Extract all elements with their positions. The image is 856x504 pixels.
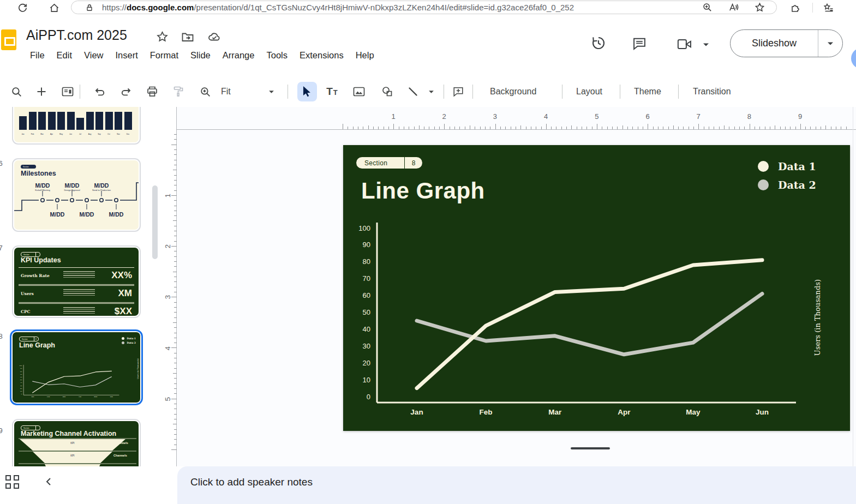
ruler-tick — [490, 127, 490, 129]
document-title[interactable]: AiPPT.com 2025 — [26, 27, 127, 43]
ruler-tick — [459, 127, 460, 129]
zoom-page-icon[interactable] — [702, 2, 713, 13]
layout-button[interactable]: Layout — [568, 82, 610, 101]
notes-resize-handle[interactable] — [571, 447, 610, 449]
text-box-tool[interactable]: Tt — [322, 82, 342, 101]
mini-line-chart: 0102030405060708090100JanFebMarAprMayJun — [16, 352, 131, 400]
toolbar-divider — [444, 85, 444, 99]
url-bar[interactable]: https://docs.google.com/presentation/d/1… — [71, 1, 777, 14]
paint-format-icon[interactable] — [169, 82, 188, 101]
slide-thumbnail-milestones[interactable]: Section Milestones M/DDKickoff MeetingM/… — [12, 158, 141, 232]
insert-shape-icon[interactable] — [378, 82, 397, 101]
svg-text:10: 10 — [20, 390, 22, 392]
grid-view-icon[interactable] — [5, 475, 20, 489]
meet-dropdown-caret-icon[interactable] — [703, 43, 709, 47]
comments-icon[interactable] — [632, 36, 647, 51]
milestone-caption: Kickoff Meeting — [28, 189, 57, 191]
svg-text:Jun: Jun — [756, 408, 769, 416]
menu-arrange[interactable]: Arrange — [217, 48, 261, 63]
slide-canvas: 123456789 Section 8 Line Graph Data 1Dat… — [176, 107, 856, 466]
insert-image-icon[interactable] — [349, 82, 369, 101]
menu-format[interactable]: Format — [144, 48, 184, 63]
speaker-notes-panel[interactable]: Click to add speaker notes — [177, 466, 856, 504]
menu-tools[interactable]: Tools — [260, 48, 294, 63]
ruler-tick — [424, 127, 424, 129]
funnel-channels-label: Channels — [113, 454, 127, 457]
ruler-tick — [744, 127, 745, 129]
svg-text:Mar: Mar — [63, 395, 65, 397]
slide-thumbnail-bar-chart[interactable]: JanFebMarAprMayJunJulAugSepOctNovDec — [12, 107, 141, 145]
milestone-date: M/DD — [87, 182, 116, 189]
ruler-tick — [174, 185, 177, 185]
cloud-saved-icon[interactable] — [207, 31, 220, 44]
transition-button[interactable]: Transition — [685, 82, 739, 101]
move-folder-icon[interactable] — [181, 31, 194, 44]
menu-view[interactable]: View — [78, 48, 109, 63]
filmstrip-scrollbar[interactable] — [152, 185, 158, 259]
kpi-label: CPC — [21, 309, 31, 314]
line-dropdown-caret-icon[interactable] — [425, 82, 437, 101]
version-history-icon[interactable] — [590, 35, 607, 51]
add-comment-icon[interactable] — [448, 82, 468, 101]
ruler-tick — [173, 272, 177, 272]
current-slide[interactable]: Section 8 Line Graph Data 1Data 2 010203… — [343, 145, 850, 431]
refresh-icon[interactable] — [16, 2, 28, 14]
ruler-tick — [174, 383, 177, 384]
undo-icon[interactable] — [90, 82, 110, 101]
menu-file[interactable]: File — [24, 48, 51, 63]
new-slide-icon[interactable] — [32, 82, 51, 101]
extensions-icon[interactable] — [789, 2, 801, 14]
home-icon[interactable] — [48, 2, 60, 14]
ruler-tick — [174, 251, 177, 251]
slideshow-button[interactable]: Slideshow — [731, 30, 818, 57]
meet-camera-icon[interactable] — [677, 37, 693, 51]
svg-text:70: 70 — [20, 373, 22, 375]
select-tool[interactable] — [297, 82, 317, 101]
ruler-tick — [174, 439, 177, 440]
slide-thumbnail-line-graph-selected[interactable]: Section 8 Line Graph Data 1Data 2 010203… — [10, 329, 143, 405]
read-aloud-icon[interactable] — [728, 2, 739, 13]
slide-thumbnail-marketing[interactable]: Section Marketing Channel Activation KPI… — [12, 419, 141, 466]
ruler-tick — [409, 127, 409, 129]
legend-label: Data 1 — [127, 337, 136, 340]
mini-bar-label: Aug — [86, 133, 94, 135]
search-menus-icon[interactable] — [7, 82, 26, 101]
ruler-number: 4 — [164, 344, 172, 352]
ruler-tick — [689, 127, 689, 129]
ruler-tick — [653, 127, 654, 129]
ruler-tick — [825, 125, 826, 129]
background-button[interactable]: Background — [482, 82, 544, 101]
menu-help[interactable]: Help — [350, 48, 380, 63]
kpi-label: Growth Rate — [21, 273, 50, 278]
menu-insert[interactable]: Insert — [110, 48, 144, 63]
right-axis-label: Users (in Thousands) — [813, 279, 822, 356]
ruler-tick — [810, 127, 811, 129]
menu-slide[interactable]: Slide — [184, 48, 217, 63]
ruler-tick — [393, 124, 394, 129]
menu-edit[interactable]: Edit — [51, 48, 78, 63]
ruler-tick — [724, 125, 725, 129]
collapse-filmstrip-icon[interactable] — [44, 476, 55, 487]
slide-thumbnail-kpi[interactable]: Section KPI Updates Growth RateXX%UsersX… — [12, 245, 141, 318]
favorites-bar-icon[interactable] — [823, 2, 835, 14]
toolbar-divider — [562, 85, 562, 99]
insert-line-icon[interactable] — [403, 82, 423, 101]
marketing-thumbnail-content: Section Marketing Channel Activation KPI… — [14, 421, 139, 466]
favorite-star-icon[interactable] — [755, 2, 765, 13]
ruler-tick — [734, 127, 735, 129]
slides-logo-icon[interactable] — [1, 29, 16, 50]
print-icon[interactable] — [142, 82, 162, 101]
line-chart[interactable]: 0102030405060708090100JanFebMarAprMayJun — [343, 145, 850, 431]
main-area: JanFebMarAprMayJunJulAugSepOctNovDec Sec… — [0, 107, 856, 466]
slide-layout-icon[interactable] — [58, 82, 77, 101]
menu-extensions[interactable]: Extensions — [294, 48, 350, 63]
theme-button[interactable]: Theme — [626, 82, 669, 101]
legend-item: Data 1 — [122, 336, 136, 340]
account-avatar[interactable] — [851, 48, 856, 69]
zoom-icon[interactable] — [195, 82, 215, 101]
slideshow-dropdown[interactable] — [818, 30, 842, 57]
ruler-tick — [174, 292, 177, 292]
star-document-icon[interactable] — [156, 31, 169, 44]
redo-icon[interactable] — [116, 82, 136, 101]
zoom-select[interactable]: Fit — [216, 82, 280, 101]
